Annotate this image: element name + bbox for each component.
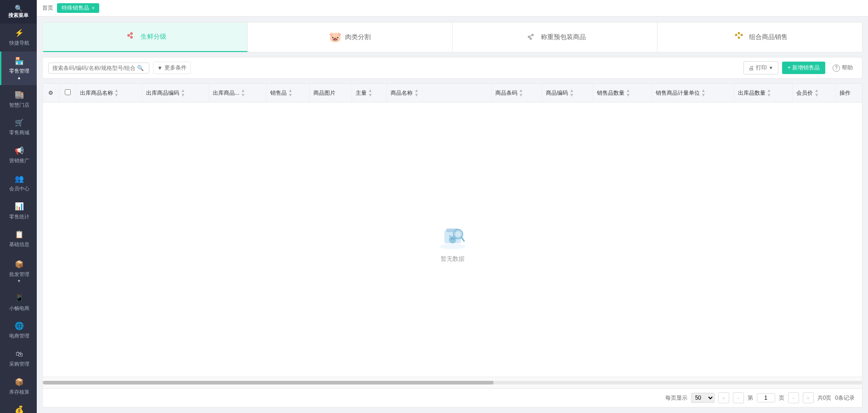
total-pages: 共0页: [817, 394, 832, 402]
toolbar-left: 🔍 ▼ 更多条件: [48, 62, 191, 74]
smart-store-icon: 🏬: [15, 90, 24, 100]
th-goods-image-label: 商品图片: [313, 90, 335, 96]
th-out-goods-name-label: 出库商品名称: [80, 89, 113, 97]
sidebar-item-smart-store[interactable]: 🏬 智慧门店: [0, 85, 37, 113]
basic-info-icon: 📋: [15, 229, 24, 240]
sidebar-item-retail-stats[interactable]: 📊 零售统计: [0, 197, 37, 225]
svg-point-17: [455, 231, 461, 237]
sidebar-item-retail-mall[interactable]: 🛒 零售商城: [0, 113, 37, 141]
svg-point-19: [449, 235, 451, 237]
sidebar-item-retail-mgmt[interactable]: 🏪 零售管理 ▲: [0, 52, 37, 85]
cat-tab-combo-sale[interactable]: 组合商品销售: [658, 23, 862, 52]
print-icon: 🖨: [749, 65, 754, 71]
prev-page-btn[interactable]: ‹: [733, 392, 744, 403]
last-page-btn[interactable]: »: [803, 392, 814, 403]
th-sale-qty-label: 销售品数量: [597, 89, 624, 97]
print-button[interactable]: 🖨 打印 ▼: [743, 61, 778, 75]
th-sale-goods[interactable]: 销售品 ▲▼: [266, 84, 309, 103]
th-out-goods-code[interactable]: 出库商品编码 ▲▼: [142, 84, 209, 103]
svg-line-18: [461, 237, 464, 241]
horizontal-scrollbar[interactable]: [43, 381, 862, 384]
sidebar-item-purchase-mgmt[interactable]: 🛍 采购管理: [0, 344, 37, 373]
sidebar-item-basic-info[interactable]: 📋 基础信息: [0, 225, 37, 253]
svg-point-0: [127, 34, 130, 37]
per-page-select[interactable]: 50 10 20 100: [691, 393, 715, 403]
sidebar-item-finance-mgmt[interactable]: 💰 资金管理: [0, 400, 37, 413]
sort-icon: ▲▼: [626, 88, 630, 98]
th-out-goods-x[interactable]: 出库商品... ▲▼: [209, 84, 267, 103]
add-label: + 新增销售品: [788, 64, 820, 72]
toolbar-right: 🖨 打印 ▼ + 新增销售品 ? 帮助: [743, 61, 857, 75]
svg-point-10: [740, 34, 743, 36]
page-input[interactable]: [757, 393, 775, 402]
sort-icon: ▲▼: [519, 88, 523, 98]
sidebar-item-ecom-mgmt[interactable]: 🌐 电商管理: [0, 316, 37, 344]
cat-tab-weight-prepack[interactable]: 称重预包装商品: [453, 23, 658, 52]
first-page-btn[interactable]: «: [718, 392, 729, 403]
filter-icon: ▼: [157, 65, 163, 71]
cat-tab-meat-cutting[interactable]: 🐷 肉类分割: [248, 23, 453, 52]
th-member-price[interactable]: 会员价 ▲▼: [793, 84, 836, 103]
top-bar: 首页 特殊销售品 ×: [37, 0, 868, 17]
add-sale-item-button[interactable]: + 新增销售品: [782, 62, 825, 74]
th-out-goods-name[interactable]: 出库商品名称 ▲▼: [76, 84, 142, 103]
select-all-checkbox[interactable]: [65, 89, 71, 95]
last-page-icon: »: [807, 395, 810, 401]
breadcrumb-home[interactable]: 首页: [42, 4, 53, 12]
sidebar-item-label: 智慧门店: [9, 102, 29, 109]
close-tab-button[interactable]: ×: [92, 6, 95, 11]
sidebar-item-sales-promo[interactable]: 📢 营销推广: [0, 141, 37, 169]
page-suffix: 页: [779, 394, 784, 402]
sort-icon: ▲▼: [241, 88, 245, 98]
search-icon: 🔍: [137, 65, 144, 71]
th-out-goods-code-label: 出库商品编码: [146, 89, 179, 97]
chevron-icon: ▲: [17, 75, 21, 81]
th-goods-name[interactable]: 商品名称 ▲▼: [387, 84, 491, 103]
th-settings[interactable]: ⚙: [43, 84, 59, 103]
toolbar: 🔍 ▼ 更多条件 🖨 打印 ▼ + 新增销售品 ? 帮助: [42, 57, 862, 79]
sidebar-item-mini-ecom[interactable]: 📱 小畅电商: [0, 288, 37, 316]
active-tab-tag: 特殊销售品 ×: [57, 3, 99, 13]
filter-button[interactable]: ▼ 更多条件: [153, 62, 191, 74]
search-input[interactable]: [52, 65, 135, 71]
th-goods-code[interactable]: 商品编码 ▲▼: [542, 84, 593, 103]
th-member-price-label: 会员价: [796, 89, 813, 97]
sidebar-item-label: 采购管理: [9, 361, 29, 367]
print-dropdown-icon: ▼: [769, 65, 773, 70]
th-checkbox[interactable]: [59, 84, 76, 103]
sidebar-item-label: 零售管理: [9, 68, 29, 75]
th-goods-code-label: 商品编码: [546, 89, 568, 97]
empty-text: 暂无数据: [441, 255, 465, 263]
sidebar-item-wholesale-mgmt[interactable]: 📦 批发管理 ▼: [0, 255, 37, 288]
sidebar-item-label: 库存核算: [9, 389, 29, 396]
sidebar-search[interactable]: 🔍 搜索菜单: [0, 0, 37, 23]
sidebar-item-stock-check[interactable]: 📦 库存核算: [0, 373, 37, 401]
th-out-qty-label: 出库品数量: [738, 89, 766, 97]
th-goods-barcode[interactable]: 商品条码 ▲▼: [491, 84, 542, 103]
sidebar-item-label: 电商管理: [9, 333, 29, 339]
breadcrumb: 首页 特殊销售品 ×: [42, 3, 99, 13]
next-page-btn[interactable]: ›: [788, 392, 799, 403]
cat-tab-fresh-grade[interactable]: 生鲜分级: [43, 23, 248, 52]
filter-label: 更多条件: [165, 64, 187, 72]
sidebar-item-member-center[interactable]: 👥 会员中心: [0, 169, 37, 197]
th-out-goods-x-label: 出库商品...: [213, 89, 239, 97]
cat-tab-weight-prepack-label: 称重预包装商品: [541, 33, 586, 41]
th-sale-qty[interactable]: 销售品数量 ▲▼: [593, 84, 652, 103]
th-sale-unit[interactable]: 销售商品计量单位 ▲▼: [652, 84, 734, 103]
help-button[interactable]: ? 帮助: [829, 62, 857, 74]
th-sale-unit-label: 销售商品计量单位: [656, 89, 700, 97]
search-box[interactable]: 🔍: [48, 63, 149, 74]
th-out-qty[interactable]: 出库品数量 ▲▼: [734, 84, 793, 103]
per-page-label: 每页显示: [665, 394, 687, 402]
sort-icon: ▲▼: [414, 88, 419, 98]
sidebar-item-label: 营销推广: [9, 157, 29, 164]
svg-point-8: [735, 34, 737, 36]
th-main-unit[interactable]: 主量 ▲▼: [352, 84, 387, 103]
table-container: ⚙ 出库商品名称 ▲▼: [42, 83, 862, 407]
sidebar-item-quick-nav[interactable]: ⚡ 快捷导航: [0, 23, 37, 52]
sidebar: 🔍 搜索菜单 ⚡ 快捷导航 🏪 零售管理 ▲ 🏬 智慧门店 🛒 零售商城 📢 营…: [0, 0, 37, 413]
th-goods-image: 商品图片: [309, 84, 352, 103]
th-goods-name-label: 商品名称: [391, 89, 413, 97]
sidebar-item-label: 小畅电商: [9, 305, 29, 312]
